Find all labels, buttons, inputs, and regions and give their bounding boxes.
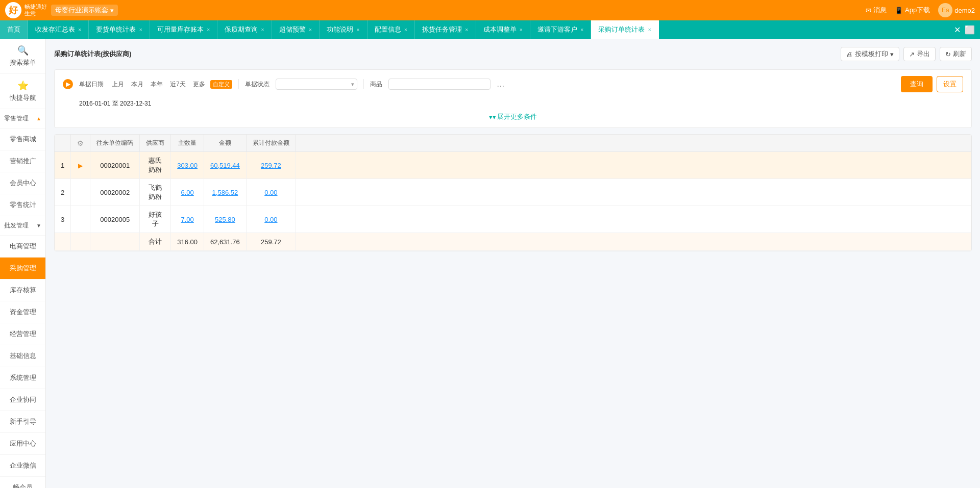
table-row: 3 00020005 好孩子 7.00 525.80 0.00	[55, 206, 971, 233]
sidebar-item-finance[interactable]: 资金管理	[0, 301, 45, 323]
paid-link[interactable]: 259.72	[261, 162, 281, 169]
tab-close-available-inventory[interactable]: ×	[207, 27, 210, 33]
sidebar-item-system-mgmt[interactable]: 系统管理	[0, 367, 45, 389]
sidebar-item-business-mgmt[interactable]: 经营管理	[0, 323, 45, 345]
tab-invite-downstream[interactable]: 邀请下游客户 ×	[530, 20, 591, 39]
tab-overstock[interactable]: 超储预警 ×	[272, 20, 320, 39]
amount-link[interactable]: 60,519.44	[210, 162, 240, 169]
amount-link[interactable]: 1,586.52	[212, 189, 238, 196]
sidebar-item-quick-nav[interactable]: ⭐ 快捷导航	[0, 74, 45, 109]
cell-expand[interactable]: ▶	[71, 152, 90, 179]
sidebar-item-retail-mgmt[interactable]: 零售管理 ▲	[0, 109, 45, 129]
tab-shelf-life[interactable]: 保质期查询 ×	[217, 20, 272, 39]
page-title-actions: 🖨 按模板打印 ▾ ↗ 导出 ↻ 刷新	[841, 47, 972, 61]
sidebar-item-app-center[interactable]: 应用中心	[0, 433, 45, 455]
workspace-label: 母婴行业演示账套	[55, 6, 108, 15]
export-btn[interactable]: ↗ 导出	[903, 47, 936, 61]
sidebar-item-enterprise-collab[interactable]: 企业协同	[0, 389, 45, 411]
status-select[interactable]	[276, 79, 357, 90]
sidebar-item-new-guide[interactable]: 新手引导	[0, 411, 45, 433]
sidebar-item-marketing[interactable]: 营销推广	[0, 150, 45, 172]
message-btn[interactable]: ✉ 消息	[866, 6, 887, 15]
tab-receipt-summary[interactable]: 收发存汇总表 ×	[28, 20, 89, 39]
status-select-wrap[interactable]	[276, 79, 357, 90]
tab-available-inventory[interactable]: 可用量库存账本 ×	[150, 20, 217, 39]
tab-close-invite-downstream[interactable]: ×	[580, 27, 583, 33]
search-btn[interactable]: 查询	[901, 76, 933, 92]
tab-close-cost-adjust[interactable]: ×	[520, 27, 523, 33]
tab-home[interactable]: 首页	[0, 20, 28, 39]
sidebar-item-basic-info[interactable]: 基础信息	[0, 345, 45, 367]
avatar: Ea	[938, 3, 952, 17]
tab-close-picking-task[interactable]: ×	[465, 27, 468, 33]
footer-amount: 62,631.76	[204, 233, 247, 251]
logo-area: 好 畅捷通好生意	[5, 2, 51, 18]
last-month-btn[interactable]: 上月	[110, 79, 126, 90]
qty-link[interactable]: 303.00	[177, 162, 198, 169]
expand-conditions-btn[interactable]: ▾▾ 展开更多条件	[489, 112, 537, 121]
sidebar-item-member-center[interactable]: 会员中心	[0, 172, 45, 194]
tab-close-purchase-stat[interactable]: ×	[139, 27, 142, 33]
user-btn[interactable]: Ea demo2	[938, 3, 975, 17]
sidebar-item-ecommerce[interactable]: 电商管理	[0, 236, 45, 258]
workspace-selector[interactable]: 母婴行业演示账套 ▾	[51, 5, 118, 16]
tab-close-config-info[interactable]: ×	[404, 27, 407, 33]
goods-input[interactable]	[388, 79, 491, 90]
sidebar-item-search[interactable]: 🔍 搜索菜单	[0, 39, 45, 74]
cell-index: 3	[55, 206, 71, 233]
cell-expand[interactable]	[71, 179, 90, 206]
col-settings-icon[interactable]: ⚙	[77, 139, 84, 147]
col-settings-header[interactable]: ⚙	[71, 135, 90, 152]
paid-link[interactable]: 0.00	[264, 189, 277, 196]
tab-close-receipt-summary[interactable]: ×	[78, 27, 81, 33]
app-download-btn[interactable]: 📱 App下载	[895, 6, 930, 15]
paid-link[interactable]: 0.00	[264, 216, 277, 223]
col-extra-header	[296, 135, 971, 152]
tab-function-desc[interactable]: 功能说明 ×	[320, 20, 367, 39]
wholesale-mgmt-arrow-icon: ▼	[36, 223, 41, 228]
cell-expand[interactable]	[71, 206, 90, 233]
expand-btn-row: ▾▾ 展开更多条件	[63, 112, 963, 121]
this-month-btn[interactable]: 本月	[129, 79, 145, 90]
filter-toggle-btn[interactable]: ▶	[63, 79, 73, 89]
amount-link[interactable]: 525.80	[215, 216, 235, 223]
tab-close-purchase-order-stat[interactable]: ×	[648, 27, 651, 33]
tab-close-all-icon[interactable]: ✕	[954, 25, 961, 35]
custom-date-badge[interactable]: 自定义	[210, 80, 232, 89]
tab-config-info[interactable]: 配置信息 ×	[368, 20, 415, 39]
sidebar-item-enterprise-wechat[interactable]: 企业微信	[0, 455, 45, 477]
sidebar-item-wholesale-mgmt[interactable]: 批发管理 ▼	[0, 216, 45, 236]
basic-info-label: 基础信息	[10, 351, 36, 361]
qty-link[interactable]: 6.00	[181, 189, 193, 196]
logo-text: 畅捷通好生意	[24, 4, 51, 17]
goods-more-icon[interactable]: …	[497, 80, 505, 89]
marketing-label: 营销推广	[10, 157, 36, 166]
sidebar-item-retail-store[interactable]: 零售商城	[0, 129, 45, 150]
tab-close-function-desc[interactable]: ×	[356, 27, 359, 33]
tab-close-overstock[interactable]: ×	[309, 27, 312, 33]
tab-purchase-stat[interactable]: 要货单统计表 ×	[89, 20, 150, 39]
sidebar-item-member[interactable]: 畅会员	[0, 477, 45, 488]
tab-restore-icon[interactable]: ⬜	[965, 25, 975, 35]
cell-paid: 0.00	[246, 206, 296, 233]
tab-close-shelf-life[interactable]: ×	[261, 27, 264, 33]
sidebar-item-retail-stats[interactable]: 零售统计	[0, 194, 45, 216]
more-dates-btn[interactable]: 更多	[191, 79, 207, 90]
table-row: 1 ▶ 00020001 惠氏奶粉 303.00 60,519.44 259.7…	[55, 152, 971, 179]
last-7-days-btn[interactable]: 近7天	[168, 79, 188, 90]
col-amount-header: 金额	[204, 135, 247, 152]
retail-store-label: 零售商城	[10, 135, 36, 144]
tab-purchase-order-stat[interactable]: 采购订单统计表 ×	[591, 20, 658, 39]
this-year-btn[interactable]: 本年	[149, 79, 165, 90]
sidebar-item-purchase-mgmt[interactable]: 采购管理	[0, 258, 45, 279]
tab-cost-adjust[interactable]: 成本调整单 ×	[476, 20, 530, 39]
settings-btn[interactable]: 设置	[937, 76, 963, 92]
logo-icon: 好	[5, 2, 21, 18]
refresh-btn[interactable]: ↻ 刷新	[940, 47, 972, 61]
cell-index: 2	[55, 179, 71, 206]
tab-picking-task[interactable]: 拣货任务管理 ×	[415, 20, 476, 39]
qty-link[interactable]: 7.00	[181, 216, 193, 223]
template-print-btn[interactable]: 🖨 按模板打印 ▾	[841, 47, 899, 61]
sidebar-item-inventory[interactable]: 库存核算	[0, 279, 45, 301]
expand-row-icon[interactable]: ▶	[78, 162, 83, 169]
